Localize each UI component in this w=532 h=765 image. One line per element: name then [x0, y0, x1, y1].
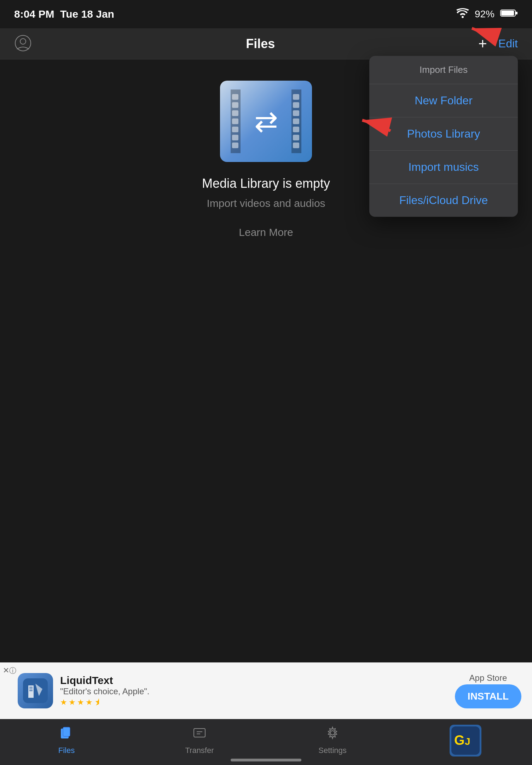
edit-button[interactable]: Edit: [498, 37, 518, 50]
nav-left-placeholder: [14, 34, 42, 53]
svg-rect-2: [501, 11, 514, 16]
settings-tab-label: Settings: [318, 746, 347, 755]
files-tab-label: Files: [58, 746, 75, 755]
svg-text:J: J: [465, 736, 470, 747]
import-musics-item[interactable]: Import musics: [369, 151, 518, 184]
battery-percentage: 92%: [475, 8, 495, 20]
photos-library-item[interactable]: Photos Library: [369, 117, 518, 151]
transfer-tab-label: Transfer: [185, 746, 214, 755]
svg-rect-9: [63, 727, 70, 736]
svg-point-13: [330, 731, 335, 735]
transfer-tab-icon: [192, 726, 207, 743]
svg-point-4: [20, 39, 26, 44]
ad-star-rating: ★ ★ ★ ★ ⯨: [60, 698, 448, 707]
wifi-icon: [456, 8, 469, 21]
svg-text:G: G: [454, 733, 465, 748]
new-folder-label: New Folder: [415, 94, 473, 107]
nav-actions: + Edit: [478, 35, 518, 52]
ad-app-name: LiquidText: [60, 674, 448, 686]
ad-store-info: App Store INSTALL: [455, 673, 521, 708]
svg-rect-1: [516, 12, 517, 15]
tab-settings[interactable]: Settings: [266, 726, 399, 755]
photos-library-label: Photos Library: [407, 127, 480, 140]
battery-icon: [500, 8, 518, 20]
status-bar: 8:04 PM Tue 18 Jan 92%: [0, 0, 532, 28]
ad-close-button[interactable]: ✕: [3, 666, 9, 675]
import-dropdown: Import Files New Folder Photos Library I…: [369, 56, 518, 217]
star-4: ★: [86, 698, 93, 707]
star-2: ★: [69, 698, 76, 707]
dropdown-header: Import Files: [369, 56, 518, 84]
files-icloud-item[interactable]: Files/iCloud Drive: [369, 184, 518, 217]
ad-store-label: App Store: [469, 673, 507, 683]
star-1: ★: [60, 698, 67, 707]
install-button[interactable]: INSTALL: [455, 684, 521, 708]
new-folder-item[interactable]: New Folder: [369, 84, 518, 117]
media-library-icon: ⇄: [220, 81, 312, 162]
arrows-icon: ⇄: [254, 105, 278, 138]
svg-rect-7: [23, 678, 48, 703]
tab-bar: Files Transfer Settings G J: [0, 719, 532, 765]
svg-rect-10: [194, 729, 205, 737]
tab-transfer[interactable]: Transfer: [133, 726, 266, 755]
home-indicator: [231, 759, 301, 761]
liquidtext-app-icon: [18, 673, 53, 708]
ad-tagline: "Editor's choice, Apple".: [60, 686, 448, 696]
learn-more-link[interactable]: Learn More: [239, 226, 293, 238]
tab-gtu-logo: G J: [399, 725, 532, 757]
ad-app-content: LiquidText "Editor's choice, Apple". ★ ★…: [60, 674, 448, 707]
dropdown-header-text: Import Files: [420, 64, 468, 75]
ad-info-icon[interactable]: ⓘ: [9, 666, 16, 676]
nav-bar: Files + Edit: [0, 28, 532, 59]
star-3: ★: [77, 698, 84, 707]
ad-banner: ✕ ⓘ LiquidText "Editor's choice, Apple".…: [0, 662, 532, 719]
import-musics-label: Import musics: [408, 161, 479, 173]
status-indicators: 92%: [456, 8, 518, 21]
files-icloud-label: Files/iCloud Drive: [399, 194, 488, 207]
star-5-half: ⯨: [94, 698, 102, 707]
status-time-date: 8:04 PM Tue 18 Jan: [14, 8, 114, 20]
files-tab-icon: [59, 726, 74, 743]
settings-tab-icon: [325, 726, 340, 743]
add-button[interactable]: +: [478, 35, 487, 52]
empty-subtitle: Import videos and audios: [207, 197, 325, 209]
gadgets-to-use-logo: G J: [450, 725, 481, 757]
empty-title: Media Library is empty: [202, 176, 330, 191]
tab-files[interactable]: Files: [0, 726, 133, 755]
nav-title: Files: [246, 36, 275, 51]
